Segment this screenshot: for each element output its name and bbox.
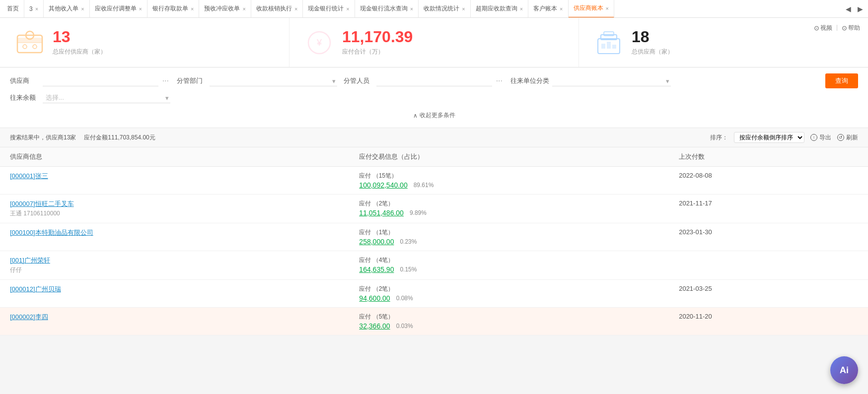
summary-card3-content: 18 总供应商（家） [632, 29, 673, 56]
supplier-dots-icon[interactable]: ··· [162, 76, 169, 85]
video-link[interactable]: ⊙ 视频 [814, 24, 832, 32]
nav-tab-other-income[interactable]: 其他收入单 × [44, 0, 89, 18]
nav-tab-overdue-query[interactable]: 超期应收款查询 × [471, 0, 528, 18]
close-tab-receipt-verify-icon[interactable]: × [294, 6, 297, 12]
nav-prev-button[interactable]: ◀ [842, 0, 854, 18]
tx-count: 应付 （4笔） [359, 256, 659, 264]
nav-tab-3[interactable]: 3 × [24, 0, 44, 18]
filter-row-2: 往来余额 ▾ [10, 92, 858, 103]
scrollbar-cell [848, 251, 868, 280]
close-tab-ar-adjust-icon[interactable]: × [139, 6, 142, 12]
summary-bar: 13 总应付供应商（家） ¥ 11,170.39 应付合计（万） [0, 18, 868, 67]
sort-label: 排序： [710, 133, 728, 142]
close-tab-prepay-offset-icon[interactable]: × [242, 6, 245, 12]
svg-rect-12 [607, 42, 611, 49]
nav-tab-supplier-account[interactable]: 供应商账本 × [569, 0, 614, 18]
nav-arrows: ◀ ▶ [842, 0, 866, 18]
tx-percent: 0.03% [396, 323, 413, 329]
category-input[interactable] [552, 75, 671, 86]
sort-select[interactable]: 按应付余额倒序排序 [734, 132, 804, 143]
supplier-input[interactable] [43, 75, 158, 86]
summary-card2-content: 11,170.39 应付合计（万） [342, 29, 413, 56]
total-suppliers-label: 总供应商（家） [632, 48, 673, 56]
person-dots-icon[interactable]: ··· [496, 76, 503, 85]
category-label: 往来单位分类 [510, 76, 549, 85]
col-header-scrollbar [848, 147, 868, 167]
refresh-button[interactable]: ↺ 刷新 [837, 133, 858, 142]
help-link[interactable]: ⊙ 帮助 [842, 24, 860, 32]
nav-tab-cash-bank-flow[interactable]: 现金银行流水查询 × [355, 0, 419, 18]
refresh-icon: ↺ [837, 134, 844, 141]
balance-input[interactable] [43, 92, 170, 103]
table-container: 供应商信息 应付交易信息（占比） 上次付数 [000001]张三应付 （15笔）… [0, 147, 868, 335]
tx-percent: 0.23% [400, 238, 417, 245]
filter-supplier: 供应商 ··· [10, 75, 169, 86]
tx-amount[interactable]: 94,600.00 [359, 294, 390, 302]
close-tab-customer-account-icon[interactable]: × [560, 6, 563, 12]
dept-input[interactable] [210, 75, 337, 86]
payable-suppliers-label: 总应付供应商（家） [53, 48, 106, 56]
query-button[interactable]: 查询 [825, 73, 858, 88]
supplier-cell: [001]广州荣轩仔仔 [0, 251, 349, 280]
help-circle-icon: ⊙ [842, 24, 847, 32]
transaction-cell: 应付 （5笔）32,366.000.03% [349, 308, 669, 335]
category-chevron-icon[interactable]: ▾ [666, 77, 669, 85]
supplier-link[interactable]: [000001]张三 [10, 172, 48, 180]
scrollbar-cell [848, 195, 868, 223]
close-tab-3-icon[interactable]: × [35, 6, 38, 12]
nav-tab-cash-bank-stat[interactable]: 现金银行统计 × [303, 0, 355, 18]
close-tab-bank-deposit-icon[interactable]: × [191, 6, 194, 12]
tx-amount[interactable]: 100,092,540.00 [359, 181, 407, 189]
svg-point-5 [33, 45, 37, 49]
collapse-container: ∧ 收起更多条件 [10, 107, 858, 124]
close-tab-overdue-query-icon[interactable]: × [520, 6, 523, 12]
table-row: [000002]李四应付 （5笔）32,366.000.03%2020-11-2… [0, 308, 868, 335]
close-tab-cash-bank-stat-icon[interactable]: × [346, 6, 349, 12]
supplier-link[interactable]: [000002]李四 [10, 313, 48, 321]
nav-tab-customer-account[interactable]: 客户账本 × [528, 0, 568, 18]
last-pay-cell [669, 251, 848, 280]
nav-tab-prepay-offset[interactable]: 预收冲应收单 × [199, 0, 251, 18]
supplier-table: 供应商信息 应付交易信息（占比） 上次付数 [000001]张三应付 （15笔）… [0, 147, 868, 335]
collapse-button[interactable]: ∧ 收起更多条件 [10, 109, 858, 122]
supplier-link[interactable]: [000012]广州贝瑞 [10, 285, 61, 293]
nav-tab-collection-stat[interactable]: 收款情况统计 × [419, 0, 470, 18]
close-tab-other-income-icon[interactable]: × [81, 6, 84, 12]
tx-amount[interactable]: 11,051,486.00 [359, 209, 404, 217]
balance-chevron-icon[interactable]: ▾ [165, 94, 169, 102]
transaction-cell: 应付 （4笔）164,635.900.15% [349, 251, 669, 280]
nav-next-button[interactable]: ▶ [854, 0, 866, 18]
nav-tab-receipt-verify[interactable]: 收款核销执行 × [251, 0, 303, 18]
transaction-cell: 应付 （2笔）11,051,486.009.89% [349, 195, 669, 223]
nav-tab-home[interactable]: 首页 [2, 0, 24, 18]
dept-chevron-icon[interactable]: ▾ [332, 77, 336, 85]
scrollbar-cell [848, 167, 868, 195]
close-tab-cash-bank-flow-icon[interactable]: × [410, 6, 413, 12]
supplier-link[interactable]: [001]广州荣轩 [10, 257, 50, 264]
top-navigation: 首页 3 × 其他收入单 × 应收应付调整单 × 银行存取款单 × 预收冲应收单… [0, 0, 868, 18]
person-input[interactable] [376, 75, 492, 86]
header-links: ⊙ 视频 | ⊙ 帮助 [814, 24, 860, 32]
close-tab-collection-stat-icon[interactable]: × [462, 6, 465, 12]
tx-percent: 89.61% [414, 182, 434, 189]
close-tab-supplier-account-icon[interactable]: × [606, 5, 609, 11]
table-row: [001]广州荣轩仔仔应付 （4笔）164,635.900.15% [0, 251, 868, 280]
export-button[interactable]: ↑ 导出 [810, 133, 831, 142]
svg-point-4 [23, 45, 27, 49]
filter-balance: 往来余额 ▾ [10, 92, 169, 103]
table-row: [000012]广州贝瑞应付 （2笔）94,600.000.08%2021-03… [0, 280, 868, 308]
nav-tab-ar-adjust[interactable]: 应收应付调整单 × [90, 0, 147, 18]
nav-tab-bank-deposit[interactable]: 银行存取款单 × [147, 0, 199, 18]
supplier-link[interactable]: [000100]本特勤油品有限公司 [10, 229, 93, 236]
export-icon: ↑ [810, 134, 817, 141]
summary-card-payable-suppliers: 13 总应付供应商（家） [0, 18, 289, 67]
last-pay-cell: 2022-08-08 [669, 167, 848, 195]
payable-total-label: 应付合计（万） [342, 48, 413, 56]
tx-amount[interactable]: 258,000.00 [359, 238, 394, 246]
tx-amount[interactable]: 164,635.90 [359, 265, 394, 273]
supplier-link[interactable]: [000007]恒旺二手叉车 [10, 200, 74, 207]
last-pay-cell: 2021-11-17 [669, 195, 848, 223]
tx-amount[interactable]: 32,366.00 [359, 322, 390, 330]
result-amount: 应付金额111,703,854.00元 [84, 133, 155, 142]
transaction-cell: 应付 （2笔）94,600.000.08% [349, 280, 669, 308]
